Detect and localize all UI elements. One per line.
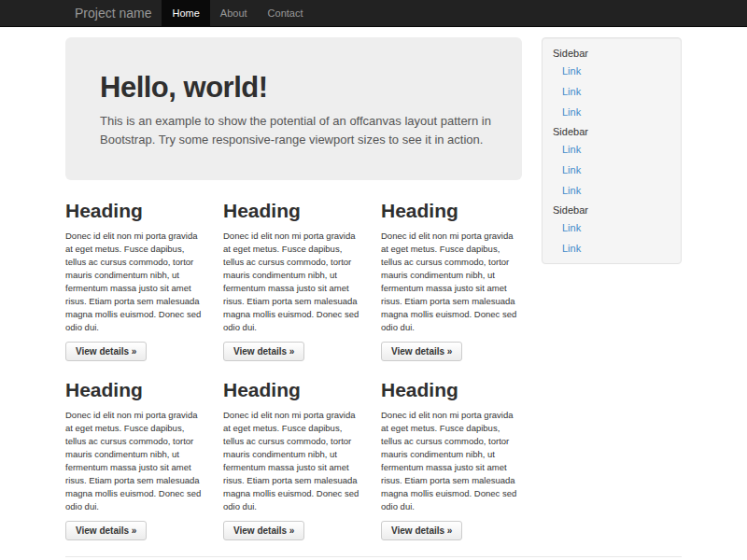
card-heading: Heading (223, 379, 363, 401)
card-heading: Heading (65, 200, 205, 222)
card-body-text: Donec id elit non mi porta gravida at eg… (381, 409, 521, 513)
sidebar-group-3: Sidebar Link Link (543, 201, 681, 259)
navbar-inner: Project name Home About Contact (65, 0, 682, 26)
sidebar-link[interactable]: Link (543, 238, 681, 259)
nav-item-about[interactable]: About (210, 0, 258, 27)
view-details-button[interactable]: View details » (65, 342, 147, 361)
card-body-text: Donec id elit non mi porta gravida at eg… (65, 409, 205, 513)
page-container: Hello, world! This is an example to show… (65, 37, 682, 560)
card-body-text: Donec id elit non mi porta gravida at eg… (223, 409, 363, 513)
navbar-menu: Home About Contact (162, 0, 313, 26)
sidebar-link[interactable]: Link (543, 217, 681, 238)
view-details-button[interactable]: View details » (223, 521, 304, 540)
card-6: Heading Donec id elit non mi porta gravi… (381, 361, 521, 540)
sidebar-link[interactable]: Link (543, 61, 681, 81)
card-5: Heading Donec id elit non mi porta gravi… (223, 361, 363, 540)
card-2: Heading Donec id elit non mi porta gravi… (223, 182, 363, 361)
sidebar-link[interactable]: Link (543, 160, 681, 180)
sidebar-well: Sidebar Link Link Link Sidebar Link Link… (542, 37, 682, 264)
view-details-button[interactable]: View details » (381, 521, 462, 540)
cards-grid: Heading Donec id elit non mi porta gravi… (65, 182, 522, 540)
view-details-button[interactable]: View details » (65, 521, 147, 540)
card-3: Heading Donec id elit non mi porta gravi… (381, 182, 521, 361)
sidebar-column: Sidebar Link Link Link Sidebar Link Link… (542, 37, 682, 540)
sidebar-group-title: Sidebar (543, 201, 681, 217)
view-details-button[interactable]: View details » (223, 342, 304, 361)
content-row: Hello, world! This is an example to show… (65, 37, 682, 540)
sidebar-link[interactable]: Link (543, 180, 681, 201)
card-4: Heading Donec id elit non mi porta gravi… (65, 361, 205, 540)
sidebar-group-2: Sidebar Link Link Link (543, 122, 681, 201)
sidebar-group-1: Sidebar Link Link Link (543, 44, 681, 122)
sidebar-group-title: Sidebar (543, 122, 681, 139)
card-heading: Heading (223, 200, 363, 222)
sidebar-group-title: Sidebar (543, 44, 681, 61)
card-body-text: Donec id elit non mi porta gravida at eg… (381, 230, 521, 334)
main-column: Hello, world! This is an example to show… (65, 37, 522, 540)
jumbotron-subtitle: This is an example to show the potential… (100, 112, 492, 148)
navbar-brand[interactable]: Project name (65, 0, 161, 26)
page-title: Hello, world! (100, 72, 487, 104)
nav-item-home[interactable]: Home (162, 0, 209, 27)
card-body-text: Donec id elit non mi porta gravida at eg… (65, 230, 205, 334)
card-body-text: Donec id elit non mi porta gravida at eg… (223, 230, 363, 334)
card-heading: Heading (65, 379, 205, 401)
sidebar-link[interactable]: Link (543, 81, 681, 102)
card-heading: Heading (381, 200, 521, 222)
footer: © Company 2013 (65, 556, 682, 560)
sidebar-link[interactable]: Link (543, 102, 681, 122)
jumbotron: Hello, world! This is an example to show… (65, 37, 522, 180)
view-details-button[interactable]: View details » (381, 342, 462, 361)
card-heading: Heading (381, 379, 521, 401)
navbar: Project name Home About Contact (0, 0, 747, 27)
nav-item-contact[interactable]: Contact (258, 0, 314, 27)
sidebar-link[interactable]: Link (543, 139, 681, 160)
card-1: Heading Donec id elit non mi porta gravi… (65, 182, 205, 361)
